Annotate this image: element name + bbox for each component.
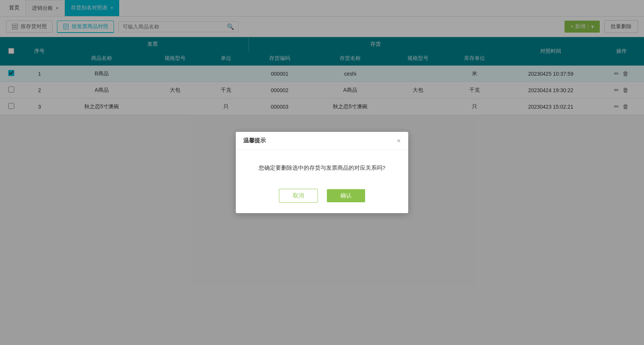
dialog-overlay: 温馨提示 × 您确定要删除选中的存货与发票商品的对应关系吗? 取消 确认 <box>0 0 644 115</box>
